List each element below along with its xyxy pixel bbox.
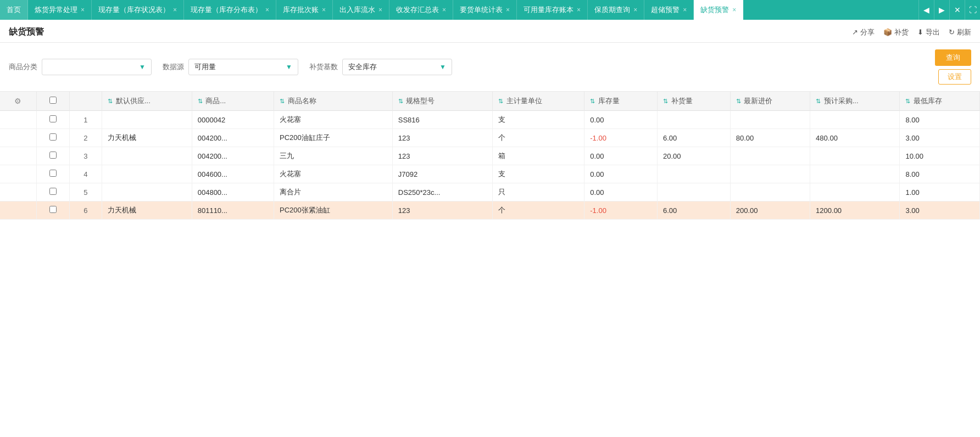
- row-checkbox-2[interactable]: [49, 152, 57, 159]
- table-settings-icon[interactable]: ⚙: [14, 97, 21, 105]
- cell-checkbox: [36, 183, 69, 201]
- table-row: ⚙ 4 004600... 火花塞 J7092 支 0.00 8.00: [0, 165, 980, 183]
- tab-in-out-label: 出入库流水: [339, 5, 375, 15]
- tab-available-ledger[interactable]: 可用量库存账本 ×: [517, 0, 588, 20]
- query-button[interactable]: 查询: [935, 49, 971, 66]
- tab-order-stats-close[interactable]: ×: [506, 6, 510, 14]
- col-spec[interactable]: ⇅ 规格型号: [392, 92, 493, 111]
- col-latest-price[interactable]: ⇅ 最新进价: [730, 92, 810, 111]
- share-button[interactable]: ↗ 分享: [852, 27, 875, 37]
- tab-close-all-button[interactable]: ✕: [949, 0, 965, 20]
- tab-expiry-close[interactable]: ×: [633, 6, 637, 14]
- cell-est-purchase: 1200.00: [810, 201, 900, 220]
- row-checkbox-3[interactable]: [49, 170, 57, 177]
- refresh-button[interactable]: ↻ 刷新: [949, 27, 971, 37]
- col-unit[interactable]: ⇅ 主计量单位: [493, 92, 584, 111]
- refresh-icon: ↻: [949, 28, 955, 36]
- tab-receipt-total-close[interactable]: ×: [442, 6, 446, 14]
- tab-stock-dist-close[interactable]: ×: [265, 6, 269, 14]
- cell-min-stock: 8.00: [900, 111, 980, 129]
- table-header-row: ⚙ ⇅ 默认供应... ⇅ 商品... ⇅: [0, 92, 980, 111]
- tab-available-ledger-close[interactable]: ×: [577, 6, 581, 14]
- col-stock[interactable]: ⇅ 库存量: [584, 92, 658, 111]
- tab-expiry[interactable]: 保质期查询 ×: [588, 0, 644, 20]
- export-label: 导出: [926, 27, 940, 37]
- tab-home-label: 首页: [7, 5, 21, 15]
- replenish-basis-select[interactable]: 安全库存 ▼: [342, 59, 452, 75]
- tab-stock-status-label: 现存量（库存状况表）: [98, 5, 170, 15]
- page-title: 缺货预警: [9, 26, 44, 38]
- cell-est-purchase: 480.00: [810, 129, 900, 147]
- export-button[interactable]: ⬇ 导出: [917, 27, 940, 37]
- tab-fullscreen-button[interactable]: ⛶: [965, 0, 980, 20]
- replenish-label: 补货: [894, 27, 909, 37]
- tab-receipt-total-label: 收发存汇总表: [396, 5, 439, 15]
- cell-min-stock: 8.00: [900, 165, 980, 183]
- unit-sort-icon: ⇅: [498, 98, 503, 104]
- replenish-basis-label: 补货基数: [309, 62, 338, 72]
- tab-order-stats[interactable]: 要货单统计表 ×: [453, 0, 517, 20]
- tab-overstock-close[interactable]: ×: [683, 6, 687, 14]
- replenish-button[interactable]: 📦 补货: [883, 27, 909, 37]
- tab-next-button[interactable]: ▶: [934, 0, 949, 20]
- cell-checkbox: [36, 111, 69, 129]
- select-all-checkbox[interactable]: [49, 97, 57, 104]
- tab-overstock[interactable]: 超储预警 ×: [644, 0, 694, 20]
- table-row: ⚙ 2 力天机械 004200... PC200油缸庄子 123 个 -1.00…: [0, 129, 980, 147]
- cell-product-name: 火花塞: [274, 111, 393, 129]
- tab-home[interactable]: 首页: [0, 0, 28, 20]
- cell-gear: ⚙: [0, 147, 36, 165]
- replenish-icon: 📦: [883, 28, 892, 36]
- export-icon: ⬇: [917, 28, 923, 36]
- tab-in-out-close[interactable]: ×: [378, 6, 382, 14]
- row-checkbox-1[interactable]: [49, 133, 57, 141]
- tab-batch-account-close[interactable]: ×: [322, 6, 326, 14]
- product-name-sort-icon: ⇅: [280, 98, 285, 104]
- tab-shortage[interactable]: 缺货预警 ×: [694, 0, 743, 20]
- cell-replenish: 6.00: [657, 129, 730, 147]
- cell-min-stock: 10.00: [900, 147, 980, 165]
- cell-stock: -1.00: [584, 129, 658, 147]
- cell-product-code: 004600...: [192, 165, 274, 183]
- col-product-name[interactable]: ⇅ 商品名称: [274, 92, 393, 111]
- cell-checkbox: [36, 201, 69, 220]
- spec-sort-icon: ⇅: [398, 98, 403, 104]
- cell-spec: J7092: [392, 165, 493, 183]
- tab-prev-button[interactable]: ◀: [918, 0, 934, 20]
- col-default-supplier[interactable]: ⇅ 默认供应...: [102, 92, 192, 111]
- settings-button[interactable]: 设置: [938, 69, 971, 85]
- latest-price-sort-icon: ⇅: [736, 98, 741, 104]
- tab-abnormal-close[interactable]: ×: [81, 6, 85, 14]
- row-checkbox-0[interactable]: [49, 115, 57, 122]
- tab-shortage-close[interactable]: ×: [732, 6, 736, 14]
- tab-stock-dist[interactable]: 现存量（库存分布表） ×: [184, 0, 276, 20]
- row-checkbox-5[interactable]: [49, 206, 57, 213]
- default-supplier-sort-icon: ⇅: [108, 98, 113, 104]
- cell-unit: 支: [493, 165, 584, 183]
- cell-product-code: 801110...: [192, 201, 274, 220]
- cell-stock: 0.00: [584, 147, 658, 165]
- cell-default-supplier: 力天机械: [102, 201, 192, 220]
- cell-replenish: 6.00: [657, 201, 730, 220]
- tab-in-out[interactable]: 出入库流水 ×: [333, 0, 389, 20]
- tab-batch-account[interactable]: 库存批次账 ×: [276, 0, 333, 20]
- cell-latest-price: [730, 147, 810, 165]
- tab-stock-status-close[interactable]: ×: [173, 6, 177, 14]
- tab-stock-status[interactable]: 现存量（库存状况表） ×: [92, 0, 184, 20]
- cell-rownum: 2: [69, 129, 102, 147]
- tab-receipt-total[interactable]: 收发存汇总表 ×: [389, 0, 453, 20]
- cell-default-supplier: [102, 111, 192, 129]
- row-checkbox-4[interactable]: [49, 188, 57, 195]
- cell-default-supplier: 力天机械: [102, 129, 192, 147]
- cell-product-name: 离合片: [274, 183, 393, 201]
- cell-stock: 0.00: [584, 111, 658, 129]
- datasource-select[interactable]: 可用量 ▼: [188, 59, 298, 75]
- col-est-purchase[interactable]: ⇅ 预计采购...: [810, 92, 900, 111]
- col-product-code[interactable]: ⇅ 商品...: [192, 92, 274, 111]
- cell-unit: 箱: [493, 147, 584, 165]
- col-min-stock[interactable]: ⇅ 最低库存: [900, 92, 980, 111]
- col-replenish[interactable]: ⇅ 补货量: [657, 92, 730, 111]
- cell-spec: DS250*23c...: [392, 183, 493, 201]
- tab-abnormal[interactable]: 炼货异常处理 ×: [28, 0, 92, 20]
- category-select[interactable]: ▼: [42, 59, 152, 75]
